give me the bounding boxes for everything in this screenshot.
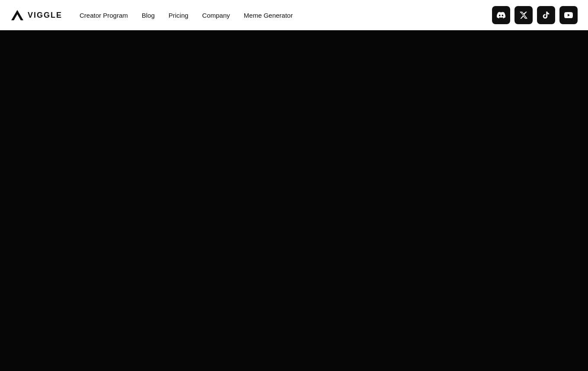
logo-text: VIGGLE	[28, 11, 62, 20]
nav-link-creator-program[interactable]: Creator Program	[80, 12, 128, 19]
navbar: VIGGLE Creator Program Blog Pricing Comp…	[0, 0, 588, 30]
youtube-button[interactable]	[559, 6, 578, 24]
svg-marker-0	[11, 10, 23, 20]
viggle-logo-icon	[10, 8, 24, 22]
logo[interactable]: VIGGLE	[10, 8, 62, 22]
nav-link-meme-generator[interactable]: Meme Generator	[244, 12, 293, 19]
nav-actions	[492, 6, 578, 24]
youtube-icon	[564, 11, 573, 19]
discord-icon	[497, 11, 505, 19]
nav-link-company[interactable]: Company	[202, 12, 230, 19]
discord-button[interactable]	[492, 6, 510, 24]
twitter-button[interactable]	[514, 6, 533, 24]
tiktok-button[interactable]	[537, 6, 555, 24]
main-content	[0, 30, 588, 371]
nav-links: Creator Program Blog Pricing Company Mem…	[80, 12, 492, 19]
twitter-icon	[519, 11, 528, 19]
tiktok-icon	[542, 11, 550, 19]
nav-link-pricing[interactable]: Pricing	[169, 12, 189, 19]
nav-link-blog[interactable]: Blog	[142, 12, 155, 19]
